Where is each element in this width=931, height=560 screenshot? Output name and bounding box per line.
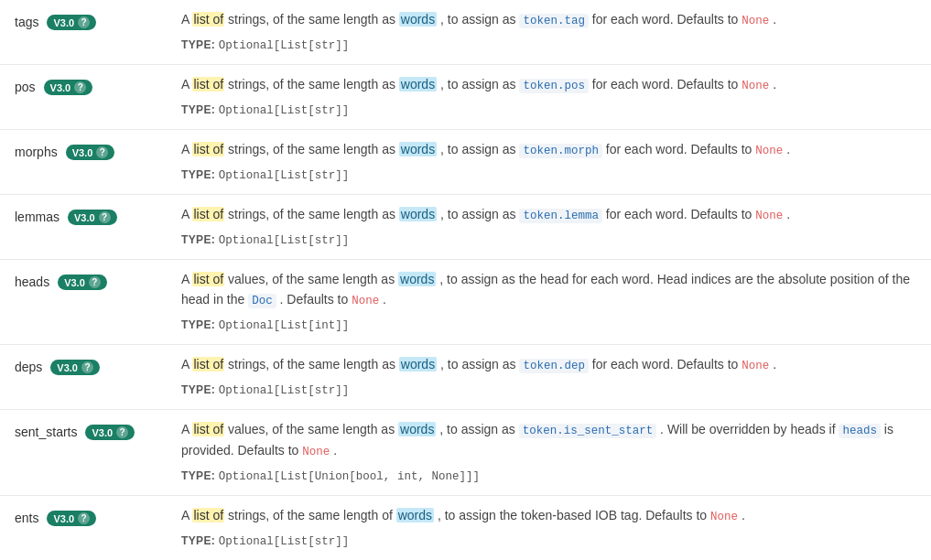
type-value: Optional[List[str]] [219, 104, 350, 117]
type-label: TYPE: [181, 38, 219, 51]
param-name-cell: headsV3.0 ? [0, 260, 167, 345]
type-label: TYPE: [181, 168, 219, 181]
param-name-cell: lemmasV3.0 ? [0, 195, 167, 260]
type-row: TYPE: Optional[List[str]] [181, 231, 916, 250]
table-row: tagsV3.0 ?A list of strings, of the same… [0, 0, 931, 65]
none-value: None [755, 210, 783, 222]
type-label: TYPE: [181, 469, 219, 482]
table-row: entsV3.0 ?A list of strings, of the same… [0, 496, 931, 560]
none-value: None [302, 446, 330, 458]
help-icon[interactable]: ? [89, 276, 101, 288]
words-highlight: words [399, 357, 437, 372]
help-icon[interactable]: ? [99, 211, 111, 223]
param-desc-cell: A list of strings, of the same length as… [167, 65, 931, 130]
code-inline: token.morph [519, 144, 602, 158]
param-name-cell: tagsV3.0 ? [0, 0, 167, 65]
help-icon[interactable]: ? [96, 146, 108, 158]
param-desc-cell: A list of strings, of the same length as… [167, 0, 931, 65]
type-label: TYPE: [181, 103, 219, 116]
type-label: TYPE: [181, 534, 219, 547]
type-value: Optional[List[int]] [219, 319, 350, 332]
none-value: None [352, 295, 379, 307]
words-highlight: words [398, 272, 436, 286]
version-badge[interactable]: V3.0 ? [68, 210, 117, 225]
none-value: None [742, 80, 769, 92]
table-row: sent_startsV3.0 ?A list of values, of th… [0, 410, 931, 496]
param-name-cell: sent_startsV3.0 ? [0, 410, 167, 496]
param-desc-cell: A list of values, of the same length as … [167, 260, 931, 345]
words-highlight: words [396, 508, 434, 522]
type-row: TYPE: Optional[List[str]] [181, 166, 916, 185]
type-row: TYPE: Optional[List[str]] [181, 101, 916, 120]
type-row: TYPE: Optional[List[Union[bool, int, Non… [181, 467, 916, 486]
type-label: TYPE: [181, 318, 219, 331]
param-desc-cell: A list of strings, of the same length as… [167, 130, 931, 195]
table-row: morphsV3.0 ?A list of strings, of the sa… [0, 130, 931, 195]
help-icon[interactable]: ? [78, 512, 90, 524]
words-highlight: words [399, 77, 437, 92]
type-label: TYPE: [181, 383, 219, 396]
none-value: None [755, 145, 783, 157]
param-desc-cell: A list of strings, of the same length as… [167, 195, 931, 260]
words-highlight: words [398, 422, 436, 436]
type-value: Optional[List[str]] [219, 234, 350, 247]
type-value: Optional[List[Union[bool, int, None]]] [219, 470, 480, 483]
table-row: posV3.0 ?A list of strings, of the same … [0, 65, 931, 130]
type-value: Optional[List[str]] [219, 384, 350, 397]
code-inline: token.pos [519, 79, 589, 93]
version-badge[interactable]: V3.0 ? [66, 145, 115, 160]
type-label: TYPE: [181, 233, 219, 246]
words-highlight: words [399, 207, 437, 221]
code-inline: token.tag [519, 14, 589, 28]
param-name-label: sent_starts [15, 425, 77, 439]
param-name-label: morphs [15, 145, 58, 159]
table-row: depsV3.0 ?A list of strings, of the same… [0, 345, 931, 410]
help-icon[interactable]: ? [116, 426, 128, 438]
type-row: TYPE: Optional[List[int]] [181, 316, 916, 335]
param-desc-cell: A list of values, of the same length as … [167, 410, 931, 496]
list-highlight: list of [192, 207, 224, 221]
param-name-cell: depsV3.0 ? [0, 345, 167, 410]
version-badge[interactable]: V3.0 ? [44, 80, 93, 95]
list-highlight: list of [192, 12, 224, 27]
type-row: TYPE: Optional[List[str]] [181, 532, 916, 551]
help-icon[interactable]: ? [81, 361, 93, 373]
code-inline: token.dep [519, 359, 589, 373]
list-highlight: list of [192, 422, 224, 436]
heads-link[interactable]: heads [839, 424, 881, 438]
list-highlight: list of [192, 77, 224, 92]
none-value: None [710, 511, 738, 523]
type-row: TYPE: Optional[List[str]] [181, 381, 916, 400]
words-highlight: words [399, 142, 437, 156]
help-icon[interactable]: ? [78, 16, 90, 28]
table-row: lemmasV3.0 ?A list of strings, of the sa… [0, 195, 931, 260]
code-inline: Doc [248, 294, 276, 308]
version-badge[interactable]: V3.0 ? [85, 425, 135, 440]
list-highlight: list of [192, 508, 224, 522]
help-icon[interactable]: ? [74, 81, 86, 93]
version-badge[interactable]: V3.0 ? [58, 275, 107, 290]
param-name-label: heads [15, 275, 49, 289]
type-row: TYPE: Optional[List[str]] [181, 36, 916, 55]
params-table: tagsV3.0 ?A list of strings, of the same… [0, 0, 931, 560]
list-highlight: list of [192, 142, 224, 156]
param-name-cell: posV3.0 ? [0, 65, 167, 130]
list-highlight: list of [192, 272, 224, 286]
param-name-label: deps [15, 360, 42, 374]
param-name-cell: entsV3.0 ? [0, 496, 167, 560]
words-highlight: words [399, 12, 437, 27]
code-inline: token.is_sent_start [519, 424, 657, 438]
type-value: Optional[List[str]] [219, 39, 350, 52]
version-badge[interactable]: V3.0 ? [47, 15, 96, 30]
param-desc-cell: A list of strings, of the same length of… [167, 496, 931, 560]
param-name-label: pos [15, 80, 36, 94]
code-inline: token.lemma [519, 209, 602, 223]
param-name-label: tags [15, 15, 38, 29]
version-badge[interactable]: V3.0 ? [47, 511, 96, 526]
type-value: Optional[List[str]] [219, 535, 350, 548]
none-value: None [742, 15, 769, 27]
version-badge[interactable]: V3.0 ? [50, 360, 100, 375]
param-name-label: lemmas [15, 210, 60, 224]
param-name-cell: morphsV3.0 ? [0, 130, 167, 195]
none-value: None [742, 360, 769, 372]
